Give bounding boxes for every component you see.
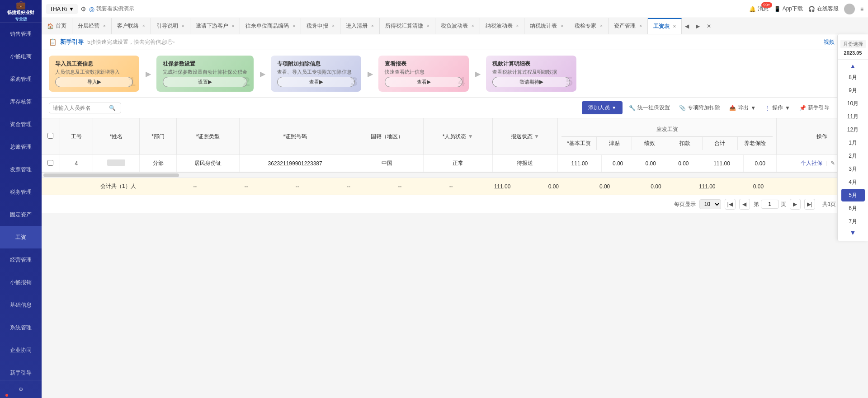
online-service-button[interactable]: 🎧 在线客服 xyxy=(808,5,839,13)
sidebar-item-税务管理[interactable]: 税务管理 xyxy=(0,181,42,203)
sidebar-item-固定资产[interactable]: 固定资产 xyxy=(0,203,42,226)
demo-button[interactable]: ◎ 我要看实例演示 xyxy=(89,5,134,13)
sidebar-item-新手引导[interactable]: 新手引导 xyxy=(0,361,42,380)
tab-close-icon[interactable]: × xyxy=(292,23,295,28)
sidebar-item-经营管理[interactable]: 经营管理 xyxy=(0,248,42,271)
tab-close-icon[interactable]: × xyxy=(427,23,429,28)
tab-close-icon[interactable]: × xyxy=(182,23,184,28)
tab-close-icon[interactable]: × xyxy=(673,24,676,29)
unified-setting-button[interactable]: 🔧 统一社保设置 xyxy=(626,102,673,113)
month-item-7月[interactable]: 7月 xyxy=(841,215,865,228)
tab-close-icon[interactable]: × xyxy=(639,23,642,28)
sidebar-item-采购管理[interactable]: 采购管理 xyxy=(0,68,42,90)
tab-close-icon[interactable]: × xyxy=(600,23,603,28)
user-avatar[interactable] xyxy=(844,4,855,14)
next-page-button[interactable]: ▶ xyxy=(790,199,801,210)
nav-tab-2[interactable]: 引导说明× xyxy=(151,18,190,34)
new-guide-button[interactable]: 📌 新手引导 xyxy=(797,102,832,113)
month-item-3月[interactable]: 3月 xyxy=(841,163,865,175)
edit-icon[interactable]: ✎ xyxy=(830,160,835,166)
sidebar-item-小畅报销[interactable]: 小畅报销 xyxy=(0,271,42,294)
prev-page-button[interactable]: ◀ xyxy=(739,199,750,210)
step-desc-1: 人员信息及工资数据新增导入 xyxy=(55,69,133,75)
step-card-5: 税款计算明细表查看税款计算过程及明细数据敬请期待▶5 xyxy=(486,56,576,92)
nav-tab-1[interactable]: 客户联络× xyxy=(112,18,151,34)
special-deduction-button[interactable]: 📎 专项附加扣除 xyxy=(676,102,723,113)
scroll-thumb[interactable] xyxy=(43,173,179,177)
message-button[interactable]: 🔔 消息 99+ xyxy=(749,5,769,13)
step-btn-5[interactable]: 敬请期待▶ xyxy=(492,77,570,87)
sidebar-item-工资[interactable]: 工资 xyxy=(0,226,42,248)
select-all-checkbox[interactable] xyxy=(47,133,53,139)
tab-close-icon[interactable]: × xyxy=(142,23,145,28)
company-selector[interactable]: THA Ri ▼ xyxy=(46,4,78,14)
month-item-11月[interactable]: 11月 xyxy=(841,110,865,123)
nav-tab-13[interactable]: 工资表× xyxy=(648,18,682,34)
first-page-button[interactable]: |◀ xyxy=(725,199,736,210)
nav-next-button[interactable]: ▶ xyxy=(693,18,703,34)
nav-tab-6[interactable]: 进入清册× xyxy=(340,18,380,34)
sidebar-item-销售管理[interactable]: 销售管理 xyxy=(0,23,42,45)
step-btn-3[interactable]: 查看▶ xyxy=(277,77,355,87)
horizontal-scrollbar[interactable] xyxy=(42,172,868,178)
nav-tab-12[interactable]: 资产管理× xyxy=(609,18,648,34)
report-filter-icon[interactable]: ▼ xyxy=(534,133,539,140)
step-btn-2[interactable]: 设置▶ xyxy=(163,77,247,87)
month-item-8月[interactable]: 8月 xyxy=(841,71,865,84)
nav-tab-3[interactable]: 邀请下游客户× xyxy=(190,18,241,34)
filter-icon[interactable]: ▼ xyxy=(468,133,473,140)
nav-tab-10[interactable]: 纳税统计表× xyxy=(524,18,569,34)
sidebar-item-系统管理[interactable]: 系统管理 xyxy=(0,316,42,339)
sidebar-item-小畅电商[interactable]: 小畅电商 xyxy=(0,45,42,68)
tab-close-icon[interactable]: × xyxy=(103,23,106,28)
month-item-4月[interactable]: 4月 xyxy=(841,176,865,188)
nav-tab-4[interactable]: 往来单位商品编码× xyxy=(240,18,301,34)
nav-tab-7[interactable]: 所得税汇算清缴× xyxy=(380,18,435,34)
topbar-gear-button[interactable]: ⚙ xyxy=(80,5,86,13)
month-item-6月[interactable]: 6月 xyxy=(841,202,865,215)
month-scroll-up-button[interactable]: ▲ xyxy=(848,61,859,70)
row-checkbox[interactable] xyxy=(47,160,53,166)
user-menu-icon[interactable]: ≡ xyxy=(860,6,863,12)
nav-tab-5[interactable]: 税务申报× xyxy=(301,18,340,34)
per-page-select[interactable]: 10 20 50 xyxy=(699,199,721,209)
tab-close-icon[interactable]: × xyxy=(472,23,474,28)
month-item-1月[interactable]: 1月 xyxy=(841,136,865,149)
sidebar-item-发票管理[interactable]: 发票管理 xyxy=(0,158,42,181)
tab-close-icon[interactable]: × xyxy=(516,23,519,28)
last-page-button[interactable]: ▶| xyxy=(804,199,815,210)
month-item-9月[interactable]: 9月 xyxy=(841,84,865,97)
month-scroll-down-button[interactable]: ▼ xyxy=(848,228,859,237)
export-button[interactable]: 📤 导出 ▼ xyxy=(726,102,759,113)
tab-close-icon[interactable]: × xyxy=(232,23,235,28)
month-item-12月[interactable]: 12月 xyxy=(841,123,865,136)
sidebar-item-资金管理[interactable]: 资金管理 xyxy=(0,113,42,136)
nav-tab-8[interactable]: 税负波动表× xyxy=(435,18,480,34)
guide-video-button[interactable]: 视频 xyxy=(824,38,835,46)
tab-home[interactable]: 🏠 首页 xyxy=(42,18,72,34)
operation-button[interactable]: ⋮ 操作 ▼ xyxy=(762,102,793,113)
nav-tab-0[interactable]: 分层经营× xyxy=(72,18,112,34)
sidebar-item-库存核算[interactable]: 库存核算 xyxy=(0,90,42,113)
tab-close-icon[interactable]: × xyxy=(371,23,374,28)
month-item-10月[interactable]: 10月 xyxy=(841,97,865,110)
nav-tab-9[interactable]: 纳税波动表× xyxy=(480,18,525,34)
step-title-3: 专项附加扣除信息 xyxy=(277,60,355,68)
sidebar-item-总账管理[interactable]: 总账管理 xyxy=(0,136,42,158)
app-download-button[interactable]: 📱 App下载 xyxy=(774,5,803,13)
tab-close-icon[interactable]: × xyxy=(561,23,563,28)
tab-close-icon[interactable]: × xyxy=(332,23,335,28)
step-btn-1[interactable]: 导入▶ xyxy=(55,77,133,87)
page-number-input[interactable] xyxy=(761,200,779,209)
sidebar-item-基础信息[interactable]: 基础信息 xyxy=(0,294,42,316)
personal-insurance-link[interactable]: 个人社保 xyxy=(801,160,822,166)
month-item-2月[interactable]: 2月 xyxy=(841,150,865,162)
sidebar-item-企业协同[interactable]: 企业协同 xyxy=(0,339,42,361)
month-item-5月[interactable]: 5月 xyxy=(841,189,865,201)
nav-close-all-button[interactable]: ✕ xyxy=(703,18,714,34)
search-input[interactable] xyxy=(53,105,107,111)
step-btn-4[interactable]: 查看▶ xyxy=(385,77,462,87)
nav-prev-button[interactable]: ◀ xyxy=(682,18,693,34)
add-person-button[interactable]: 添加人员 ▼ xyxy=(582,101,623,114)
nav-tab-11[interactable]: 税检专家× xyxy=(569,18,609,34)
